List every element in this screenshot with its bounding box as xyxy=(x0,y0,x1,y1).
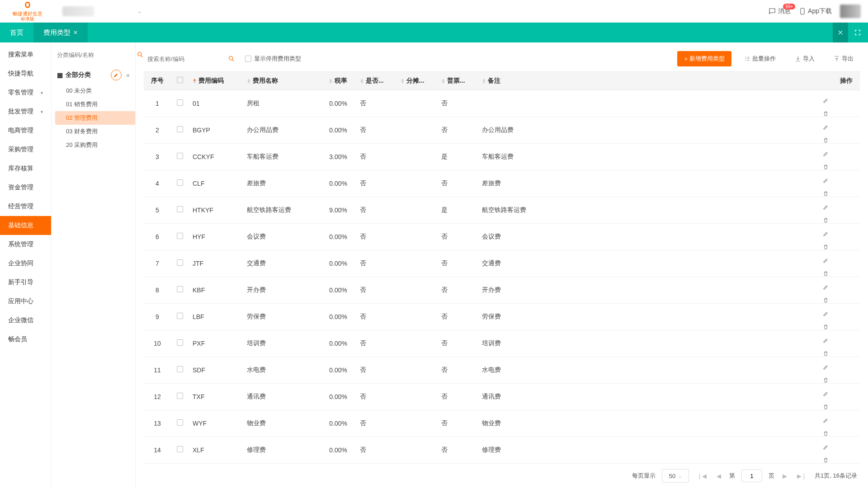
sidebar-item[interactable]: 系统管理 xyxy=(0,235,51,254)
per-page-select[interactable]: 50 ⌄ xyxy=(662,469,689,483)
cell-checkbox[interactable] xyxy=(171,330,189,357)
table-row[interactable]: 7JTF交通费0.00%否否交通费 xyxy=(144,250,860,277)
th-pp[interactable]: ▲▼普票... xyxy=(438,72,478,90)
edit-row-button[interactable] xyxy=(823,311,853,317)
close-icon[interactable]: ✕ xyxy=(73,29,78,36)
sidebar-item[interactable]: 电商管理 xyxy=(0,121,51,140)
cell-checkbox[interactable] xyxy=(171,410,189,436)
batch-ops-button[interactable]: 批量操作 xyxy=(738,51,782,66)
sidebar-item[interactable]: 经营管理 xyxy=(0,197,51,216)
collapse-panel-button[interactable]: « xyxy=(126,71,130,79)
company-selector[interactable]: ⌄ xyxy=(57,1,147,21)
edit-row-button[interactable] xyxy=(823,338,853,343)
cell-checkbox[interactable] xyxy=(171,223,189,250)
page-input[interactable] xyxy=(741,469,762,482)
edit-row-button[interactable] xyxy=(823,151,853,157)
category-item[interactable]: 00 未分类 xyxy=(55,84,135,98)
category-all[interactable]: ▦ 全部分类 « xyxy=(52,67,135,84)
th-share[interactable]: ▲▼分摊... xyxy=(397,72,438,90)
sidebar-item[interactable]: 采购管理 xyxy=(0,140,51,159)
cell-checkbox[interactable] xyxy=(171,143,189,170)
category-item[interactable]: 01 销售费用 xyxy=(55,98,135,111)
tab-close-all-button[interactable] xyxy=(833,23,848,42)
table-row[interactable]: 3CCKYF车船客运费3.00%否是车船客运费 xyxy=(144,143,860,170)
sidebar-item[interactable]: 批发管理▾ xyxy=(0,102,51,121)
edit-category-button[interactable] xyxy=(111,70,122,80)
sidebar-item[interactable]: 零售管理▾ xyxy=(0,83,51,102)
edit-row-button[interactable] xyxy=(823,258,853,263)
th-note[interactable]: ▲▼备注 xyxy=(478,72,819,90)
table-row[interactable]: 12TXF通讯费0.00%否否通讯费 xyxy=(144,383,860,410)
edit-row-button[interactable] xyxy=(823,284,853,290)
delete-row-button[interactable] xyxy=(823,164,853,170)
category-item[interactable]: 02 管理费用 xyxy=(55,111,135,125)
edit-row-button[interactable] xyxy=(823,364,853,370)
th-is[interactable]: ▲▼是否... xyxy=(356,72,397,90)
delete-row-button[interactable] xyxy=(823,111,853,117)
cell-checkbox[interactable] xyxy=(171,170,189,197)
delete-row-button[interactable] xyxy=(823,217,853,223)
delete-row-button[interactable] xyxy=(823,324,853,330)
search-icon[interactable] xyxy=(228,55,235,62)
delete-row-button[interactable] xyxy=(823,244,853,250)
delete-row-button[interactable] xyxy=(823,191,853,197)
edit-row-button[interactable] xyxy=(823,231,853,237)
cell-checkbox[interactable] xyxy=(171,357,189,383)
table-row[interactable]: 101房租0.00%否否 xyxy=(144,90,860,117)
fullscreen-button[interactable] xyxy=(850,23,865,42)
next-page-button[interactable]: ▶ xyxy=(781,473,789,479)
delete-row-button[interactable] xyxy=(823,297,853,303)
messages-button[interactable]: 消息 99+ xyxy=(768,7,791,15)
sidebar-item[interactable]: 应用中心 xyxy=(0,292,51,311)
sidebar-item[interactable]: 库存核算 xyxy=(0,159,51,178)
delete-row-button[interactable] xyxy=(823,404,853,410)
th-checkbox[interactable] xyxy=(171,72,189,90)
cell-checkbox[interactable] xyxy=(171,90,189,117)
th-name[interactable]: ▲▼费用名称 xyxy=(243,72,316,90)
first-page-button[interactable]: ❘◀ xyxy=(695,473,708,479)
import-button[interactable]: 导入 xyxy=(788,51,821,66)
edit-row-button[interactable] xyxy=(823,391,853,397)
table-row[interactable]: 14XLF修理费0.00%否否修理费 xyxy=(144,436,860,463)
table-row[interactable]: 4CLF差旅费0.00%否否差旅费 xyxy=(144,170,860,197)
sidebar-item[interactable]: 畅会员 xyxy=(0,330,51,349)
export-button[interactable]: 导出 xyxy=(827,51,860,66)
table-row[interactable]: 10PXF培训费0.00%否否培训费 xyxy=(144,330,860,357)
sidebar-item[interactable]: 企业协同 xyxy=(0,254,51,273)
edit-row-button[interactable] xyxy=(823,418,853,423)
cell-checkbox[interactable] xyxy=(171,383,189,410)
user-avatar[interactable] xyxy=(840,5,861,18)
table-row[interactable]: 5HTKYF航空铁路客运费9.00%否是航空铁路客运费 xyxy=(144,197,860,223)
edit-row-button[interactable] xyxy=(823,124,853,130)
last-page-button[interactable]: ▶❘ xyxy=(795,473,808,479)
th-seq[interactable]: 序号 xyxy=(144,72,171,90)
cell-checkbox[interactable] xyxy=(171,303,189,330)
cell-checkbox[interactable] xyxy=(171,117,189,143)
table-row[interactable]: 6HYF会议费0.00%否否会议费 xyxy=(144,223,860,250)
tab-fee-type[interactable]: 费用类型 ✕ xyxy=(33,23,88,42)
sidebar-item[interactable]: 新手引导 xyxy=(0,273,51,292)
edit-row-button[interactable] xyxy=(823,98,853,103)
table-row[interactable]: 13WYF物业费0.00%否否物业费 xyxy=(144,410,860,436)
sidebar-item[interactable]: 搜索菜单 xyxy=(0,45,51,64)
category-search-input[interactable] xyxy=(57,52,133,58)
delete-row-button[interactable] xyxy=(823,457,853,463)
tab-home[interactable]: 首页 xyxy=(0,23,33,42)
table-row[interactable]: 9LBF劳保费0.00%否否劳保费 xyxy=(144,303,860,330)
sidebar-item[interactable]: 快捷导航 xyxy=(0,64,51,83)
sidebar-item[interactable]: 资金管理 xyxy=(0,178,51,197)
cell-checkbox[interactable] xyxy=(171,277,189,303)
edit-row-button[interactable] xyxy=(823,204,853,210)
cell-checkbox[interactable] xyxy=(171,436,189,463)
th-rate[interactable]: ▲▼税率 xyxy=(316,72,356,90)
sidebar-item[interactable]: 基础信息 xyxy=(0,216,51,235)
table-row[interactable]: 11SDF水电费0.00%否否水电费 xyxy=(144,357,860,383)
edit-row-button[interactable] xyxy=(823,444,853,450)
th-code[interactable]: ▲▼费用编码 xyxy=(189,72,243,90)
table-row[interactable]: 8KBF开办费0.00%否否开办费 xyxy=(144,277,860,303)
cell-checkbox[interactable] xyxy=(171,250,189,277)
edit-row-button[interactable] xyxy=(823,178,853,183)
delete-row-button[interactable] xyxy=(823,377,853,383)
search-input[interactable] xyxy=(147,56,228,62)
sidebar-item[interactable]: 企业微信 xyxy=(0,311,51,330)
